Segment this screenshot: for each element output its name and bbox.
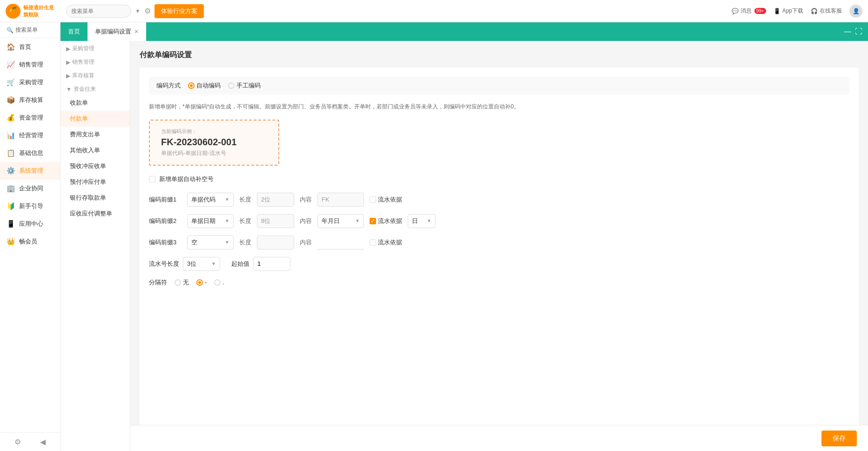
prefix3-select[interactable]: 空 ▼ bbox=[187, 236, 234, 249]
sidebar: 🔍 搜索菜单 🏠 首页 📈 销售管理 🛒 采购管理 📦 库存核算 💰 资金管理 … bbox=[0, 22, 61, 451]
guide-icon: 🔰 bbox=[7, 202, 15, 210]
content2-select[interactable]: 年月日 ▼ bbox=[317, 214, 364, 228]
serial-length-select[interactable]: 3位 ▼ bbox=[183, 257, 220, 271]
separator-row: 分隔符 无 - . bbox=[149, 278, 849, 287]
sep-dash-radio[interactable] bbox=[196, 279, 203, 286]
prefix1-select[interactable]: 单据代码 ▼ bbox=[187, 193, 234, 207]
collapse-icon[interactable]: ◀ bbox=[40, 438, 46, 446]
code-example: FK-20230602-001 bbox=[161, 137, 267, 148]
app-download-action[interactable]: 📱 App下载 bbox=[774, 7, 803, 15]
serial-follow3-checkbox[interactable] bbox=[370, 239, 376, 246]
tabbar-minimize-button[interactable]: — bbox=[844, 27, 851, 36]
gear-icon[interactable]: ⚙ bbox=[144, 7, 151, 15]
trial-button[interactable]: 体验行业方案 bbox=[155, 4, 204, 18]
tab-home-label: 首页 bbox=[68, 27, 80, 36]
sec-item-receivable-adjust[interactable]: 应收应付调整单 bbox=[61, 206, 130, 222]
basic-icon: 📋 bbox=[7, 149, 15, 157]
main-content: 付款单编码设置 编码方式 自动编码 手工编码 新增单据时，*单据编码*自动生成，… bbox=[130, 41, 868, 451]
sidebar-item-purchase[interactable]: 🛒 采购管理 bbox=[0, 74, 60, 91]
serial-follow1-checkbox[interactable] bbox=[370, 196, 376, 203]
sec-item-advance-payment[interactable]: 预付冲应付单 bbox=[61, 174, 130, 190]
autocomplete-row: 新增单据自动补空号 bbox=[149, 175, 849, 183]
sec-item-bank-deposit[interactable]: 银行存取款单 bbox=[61, 190, 130, 206]
sidebar-item-member[interactable]: 👑 畅会员 bbox=[0, 233, 60, 250]
auto-encode-option[interactable]: 自动编码 bbox=[188, 81, 221, 90]
manual-encode-option[interactable]: 手工编码 bbox=[228, 81, 261, 90]
sec-item-payment[interactable]: 付款单 bbox=[61, 111, 130, 127]
service-icon: 🎧 bbox=[811, 8, 818, 14]
length1-label: 长度 bbox=[239, 195, 251, 204]
sidebar-item-operation[interactable]: 📊 经营管理 bbox=[0, 127, 60, 144]
topbar: 🍊 畅捷通好生意 旗舰版 ▼ ⚙ 体验行业方案 💬 消息 99+ 📱 App下载… bbox=[0, 0, 868, 22]
sep-dot-option[interactable]: . bbox=[214, 279, 224, 286]
sep-none-option[interactable]: 无 bbox=[175, 278, 189, 287]
serial-follow2-unit-select[interactable]: 日 ▼ bbox=[408, 214, 436, 228]
sep-dash-option[interactable]: - bbox=[196, 279, 207, 286]
sidebar-search[interactable]: 🔍 搜索菜单 bbox=[0, 22, 60, 38]
sidebar-item-finance[interactable]: 💰 资金管理 bbox=[0, 109, 60, 127]
message-badge: 99+ bbox=[754, 8, 766, 14]
sec-group-purchase[interactable]: ▶ 采购管理 bbox=[61, 41, 130, 54]
manual-encode-radio[interactable] bbox=[228, 82, 235, 89]
footer-bar: 保存 bbox=[130, 425, 868, 451]
content-card: 编码方式 自动编码 手工编码 新增单据时，*单据编码*自动生成，不可编辑。前缀设… bbox=[140, 67, 859, 431]
sidebar-item-inventory[interactable]: 📦 库存核算 bbox=[0, 91, 60, 109]
chevron-right-icon-2: ▶ bbox=[66, 59, 70, 66]
tabbar-actions: — ⛶ bbox=[844, 27, 868, 36]
prefix2-arrow-icon: ▼ bbox=[225, 218, 229, 223]
user-avatar[interactable]: 👤 bbox=[849, 5, 862, 18]
corp-icon: 🏢 bbox=[7, 184, 15, 193]
tab-encoding[interactable]: 单据编码设置 ✕ bbox=[87, 22, 146, 41]
autocomplete-checkbox[interactable] bbox=[149, 176, 155, 182]
serial-follow2-wrap[interactable]: ✓ 流水依据 bbox=[370, 217, 402, 225]
sec-item-expense[interactable]: 费用支出单 bbox=[61, 127, 130, 142]
message-action[interactable]: 💬 消息 99+ bbox=[732, 7, 766, 15]
serial-follow1-wrap[interactable]: 流水依据 bbox=[370, 195, 402, 204]
content1-label: 内容 bbox=[300, 195, 312, 204]
tabbar-maximize-button[interactable]: ⛶ bbox=[855, 27, 862, 36]
tab-close-icon[interactable]: ✕ bbox=[134, 28, 139, 35]
online-service-action[interactable]: 🎧 在线客服 bbox=[811, 7, 842, 15]
system-icon: ⚙️ bbox=[7, 167, 15, 175]
content2-arrow-icon: ▼ bbox=[355, 218, 360, 223]
sidebar-item-sales[interactable]: 📈 销售管理 bbox=[0, 56, 60, 74]
auto-encode-radio[interactable] bbox=[188, 82, 195, 89]
dropdown-arrow-icon[interactable]: ▼ bbox=[135, 8, 141, 14]
sidebar-item-basic[interactable]: 📋 基础信息 bbox=[0, 144, 60, 162]
tab-home[interactable]: 首页 bbox=[61, 22, 87, 41]
serial-follow3-wrap[interactable]: 流水依据 bbox=[370, 238, 402, 247]
autocomplete-label: 新增单据自动补空号 bbox=[159, 175, 214, 183]
settings-icon[interactable]: ⚙ bbox=[14, 438, 21, 446]
sidebar-item-corp[interactable]: 🏢 企业协同 bbox=[0, 180, 60, 197]
sidebar-operation-label: 经营管理 bbox=[19, 131, 43, 140]
sidebar-apps-label: 应用中心 bbox=[19, 220, 43, 228]
sec-item-receipt[interactable]: 收款单 bbox=[61, 95, 130, 111]
sec-group-inventory[interactable]: ▶ 库存核算 bbox=[61, 68, 130, 81]
start-value-field: 起始值 bbox=[231, 257, 290, 271]
code-desc: 单据代码-单据日期-流水号 bbox=[161, 149, 267, 157]
sidebar-system-label: 系统管理 bbox=[19, 167, 43, 175]
sidebar-bottom: ⚙ ◀ bbox=[0, 432, 60, 451]
apps-icon: 📱 bbox=[7, 220, 15, 228]
page-title: 付款单编码设置 bbox=[140, 50, 859, 60]
sidebar-item-system[interactable]: ⚙️ 系统管理 bbox=[0, 162, 60, 180]
sec-item-advance-receipt[interactable]: 预收冲应收单 bbox=[61, 158, 130, 174]
purchase-icon: 🛒 bbox=[7, 78, 15, 87]
prefix1-label: 编码前缀1 bbox=[149, 195, 182, 204]
save-button[interactable]: 保存 bbox=[821, 431, 857, 446]
sec-group-capital[interactable]: ▼ 资金往来 bbox=[61, 81, 130, 95]
serial-follow2-checkbox[interactable]: ✓ bbox=[370, 218, 376, 224]
start-value-input[interactable] bbox=[253, 257, 290, 271]
sep-none-radio[interactable] bbox=[175, 279, 181, 286]
sidebar-item-home[interactable]: 🏠 首页 bbox=[0, 38, 60, 56]
sidebar-item-apps[interactable]: 📱 应用中心 bbox=[0, 215, 60, 233]
sec-item-other-income[interactable]: 其他收入单 bbox=[61, 142, 130, 158]
prefix2-select[interactable]: 单据日期 ▼ bbox=[187, 214, 234, 228]
sidebar-item-guide[interactable]: 🔰 新手引导 bbox=[0, 197, 60, 215]
code-preview: 当前编码示例： FK-20230602-001 单据代码-单据日期-流水号 bbox=[149, 120, 279, 166]
sidebar-purchase-label: 采购管理 bbox=[19, 78, 43, 87]
prefix1-arrow-icon: ▼ bbox=[225, 197, 229, 202]
sep-dot-radio[interactable] bbox=[214, 279, 221, 286]
search-input[interactable] bbox=[66, 5, 131, 18]
sec-group-sales[interactable]: ▶ 销售管理 bbox=[61, 54, 130, 68]
